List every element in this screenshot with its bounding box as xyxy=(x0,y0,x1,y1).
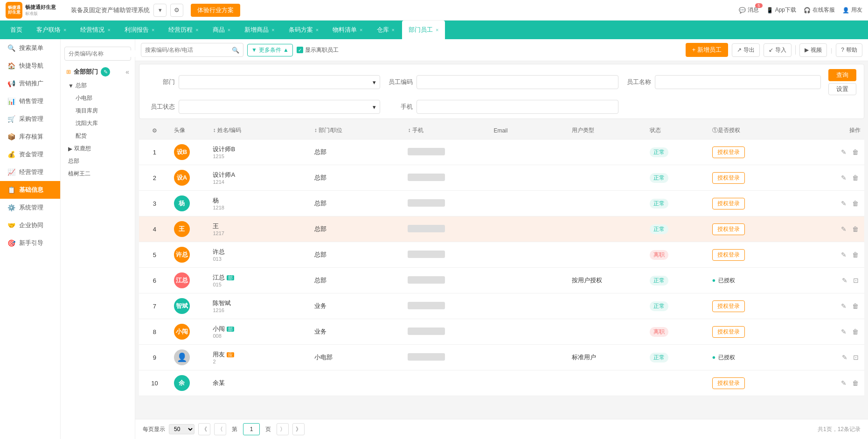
close-icon[interactable]: × xyxy=(436,27,438,33)
delete-btn[interactable]: 🗑 xyxy=(850,147,861,157)
edit-btn[interactable]: ✎ xyxy=(839,250,848,259)
close-icon[interactable]: × xyxy=(316,27,319,33)
add-employee-btn[interactable]: + 新增员工 xyxy=(686,43,728,57)
dept-child-xiaodianbu[interactable]: 小电部 xyxy=(64,92,135,105)
sidebar-item-system[interactable]: ⚙️ 系统管理 xyxy=(0,199,60,216)
sidebar-item-collab[interactable]: 🤝 企业协同 xyxy=(0,216,60,234)
dept-group-header-zongbu2[interactable]: 总部 xyxy=(64,155,135,167)
nav-item-profit[interactable]: 利润报告 × xyxy=(118,21,161,39)
filter-empcode-input[interactable] xyxy=(417,75,618,89)
system-dropdown-btn[interactable]: ▾ xyxy=(153,4,167,17)
edit-btn[interactable]: ✎ xyxy=(840,276,849,285)
delete-btn[interactable]: 🗑 xyxy=(850,250,861,259)
edit-btn[interactable]: ✎ xyxy=(840,353,849,362)
last-page-btn[interactable]: 》 xyxy=(292,423,305,435)
close-icon[interactable]: × xyxy=(360,27,362,33)
current-page-input[interactable] xyxy=(243,423,260,435)
close-icon[interactable]: × xyxy=(228,27,230,33)
authorize-btn[interactable]: 授权登录 xyxy=(712,326,745,338)
dept-group-header-shuanglu[interactable]: ▶ 双鹿想 xyxy=(64,142,135,155)
authorize-btn[interactable]: 授权登录 xyxy=(712,223,745,235)
delete-btn[interactable]: 🗑 xyxy=(850,378,861,388)
th-phone[interactable]: ↕ 手机 xyxy=(404,122,490,139)
sidebar-item-purchase[interactable]: 🛒 采购管理 xyxy=(0,110,60,128)
sidebar-item-marketing[interactable]: 📢 营销推广 xyxy=(0,75,60,92)
search-icon[interactable]: 🔍 xyxy=(232,47,239,54)
delete-btn[interactable]: 🗑 xyxy=(850,327,861,336)
th-name[interactable]: ↕ 姓名/编码 xyxy=(209,122,310,139)
sidebar-item-finance[interactable]: 💰 资金管理 xyxy=(0,146,60,163)
close-icon[interactable]: × xyxy=(392,27,395,33)
edit-btn[interactable]: ✎ xyxy=(839,224,848,234)
authorize-btn[interactable]: 授权登录 xyxy=(712,377,745,389)
dept-group-header-zongbu[interactable]: ▼ 总部 xyxy=(64,79,135,92)
close-icon[interactable]: × xyxy=(107,27,110,33)
filter-status-select[interactable]: ▾ xyxy=(179,100,380,114)
edit-btn[interactable]: ✎ xyxy=(839,327,848,336)
export-btn[interactable]: ↗ 导出 xyxy=(732,43,760,57)
video-btn[interactable]: ▶ 视频 xyxy=(799,43,827,57)
search-input[interactable] xyxy=(145,47,229,53)
edit-btn[interactable]: ✎ xyxy=(839,147,848,157)
close-icon[interactable]: × xyxy=(271,27,274,33)
authorize-btn[interactable]: 授权登录 xyxy=(712,300,745,312)
dept-child-peihuo[interactable]: 配货 xyxy=(64,130,135,142)
dept-collapse-btn[interactable]: « xyxy=(125,68,129,76)
delete-btn[interactable]: 🗑 xyxy=(850,199,861,208)
delete-btn[interactable]: 🗑 xyxy=(850,173,861,182)
close-icon[interactable]: × xyxy=(152,27,154,33)
reset-btn[interactable]: 设置 xyxy=(828,83,856,95)
nav-item-home[interactable]: 首页 xyxy=(4,21,29,39)
nav-item-operations[interactable]: 经营情况 × xyxy=(74,21,117,39)
authorize-btn[interactable]: 授权登录 xyxy=(712,198,745,209)
import-btn[interactable]: ↙ 导入 xyxy=(764,43,792,57)
online-service-btn[interactable]: 🎧 在线客服 xyxy=(804,6,835,14)
dept-edit-btn[interactable]: ✎ xyxy=(101,67,110,77)
sidebar-item-guide[interactable]: 🎯 新手引导 xyxy=(0,234,60,252)
edit-btn[interactable]: ✎ xyxy=(839,199,848,208)
show-resigned-toggle[interactable]: ✓ 显示离职员工 xyxy=(297,46,339,54)
dept-child-xiangmukufang[interactable]: 项目库房 xyxy=(64,105,135,117)
nav-item-barcode[interactable]: 条码方案 × xyxy=(282,21,325,39)
nav-item-goods[interactable]: 商品 × xyxy=(206,21,237,39)
prev-page-btn[interactable]: 〈 xyxy=(214,423,226,435)
nav-item-employees[interactable]: 部门员工 × xyxy=(402,21,445,39)
app-download-btn[interactable]: 📱 App下载 xyxy=(766,6,796,14)
sidebar-item-sales[interactable]: 📊 销售管理 xyxy=(0,92,60,110)
th-settings[interactable]: ⚙ xyxy=(139,122,170,139)
classify-search-input[interactable] xyxy=(69,50,139,57)
message-btn[interactable]: 💬 消息 5 xyxy=(739,6,759,14)
try-industry-btn[interactable]: 体验行业方案 xyxy=(191,4,240,17)
settings-gear-btn[interactable]: ⚙ xyxy=(170,4,183,17)
authorize-btn[interactable]: 授权登录 xyxy=(712,146,745,158)
authorize-btn[interactable]: 授权登录 xyxy=(712,249,745,261)
help-btn[interactable]: ? 帮助 xyxy=(836,43,862,57)
nav-item-customer[interactable]: 客户联络 × xyxy=(30,21,73,39)
nav-item-history[interactable]: 经营历程 × xyxy=(162,21,205,39)
delete-btn[interactable]: ⊡ xyxy=(851,276,861,285)
dept-group-header-zhishu[interactable]: 植树王二 xyxy=(64,167,135,180)
classify-search-box[interactable]: 🔍 xyxy=(64,47,131,61)
next-page-btn[interactable]: 〉 xyxy=(277,423,289,435)
per-page-select[interactable]: 50 20 100 xyxy=(169,424,194,434)
dept-child-shenyangdaku[interactable]: 沈阳大库 xyxy=(64,117,135,130)
filter-phone-input[interactable] xyxy=(417,100,618,114)
nav-item-warehouse[interactable]: 仓库 × xyxy=(370,21,401,39)
delete-btn[interactable]: ⊡ xyxy=(851,353,861,362)
search-btn[interactable]: 查询 xyxy=(828,69,856,81)
close-icon[interactable]: × xyxy=(195,27,198,33)
delete-btn[interactable]: 🗑 xyxy=(850,224,861,234)
edit-btn[interactable]: ✎ xyxy=(839,173,848,182)
th-dept[interactable]: ↕ 部门/职位 xyxy=(311,122,404,139)
user-btn[interactable]: 👤 用友 xyxy=(842,6,862,14)
filter-empname-input[interactable] xyxy=(655,75,821,89)
nav-item-new-goods[interactable]: 新增商品 × xyxy=(238,21,281,39)
first-page-btn[interactable]: 《 xyxy=(198,423,210,435)
sidebar-item-inventory[interactable]: 📦 库存核算 xyxy=(0,128,60,146)
sidebar-item-search[interactable]: 🔍 搜索菜单 xyxy=(0,39,60,57)
delete-btn[interactable]: 🗑 xyxy=(850,301,861,311)
sidebar-item-biz[interactable]: 📈 经营管理 xyxy=(0,163,60,181)
filter-dept-select[interactable]: ▾ xyxy=(179,75,380,89)
search-box[interactable]: 🔍 xyxy=(141,43,243,57)
authorize-btn[interactable]: 授权登录 xyxy=(712,172,745,184)
